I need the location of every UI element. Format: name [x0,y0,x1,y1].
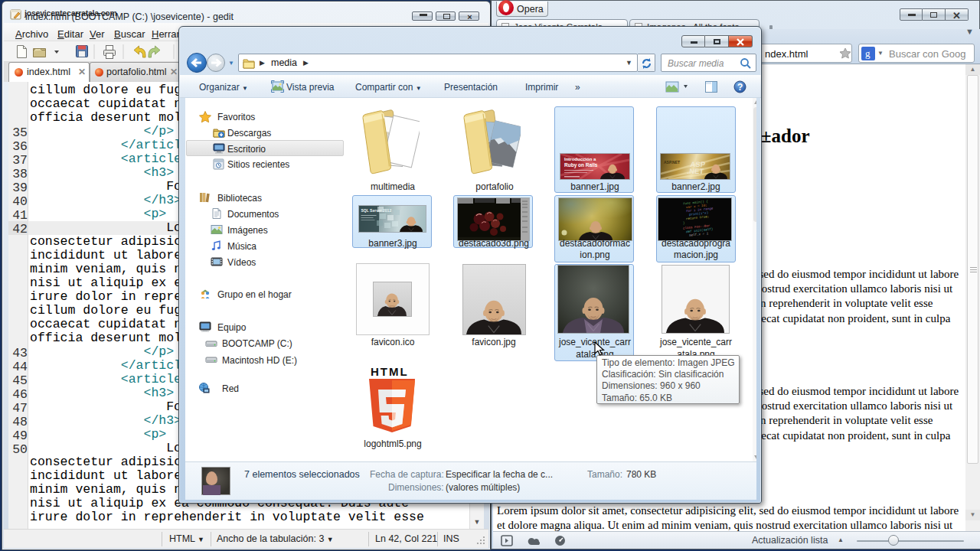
svg-text:.NET: .NET [687,167,704,175]
svg-text:Introducción a: Introducción a [564,157,596,161]
svg-text:}: } [683,220,685,224]
svg-text:HTML: HTML [371,365,409,378]
svg-text:?: ? [737,82,743,93]
svg-text:SQL Server 2012: SQL Server 2012 [361,208,392,213]
svg-text:ASP.NET: ASP.NET [664,160,680,165]
svg-text:Ruby on Rails: Ruby on Rails [564,162,598,168]
